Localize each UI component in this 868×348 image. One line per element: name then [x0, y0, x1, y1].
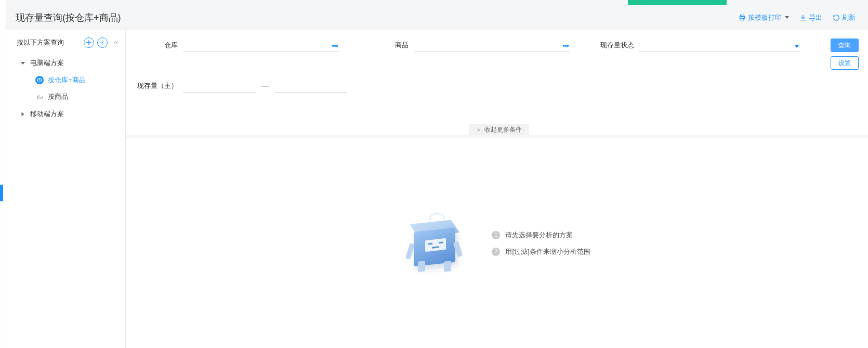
refresh-action[interactable]: 刷新	[833, 13, 856, 22]
filter-product: 商品 •••	[368, 38, 570, 52]
refresh-icon	[833, 14, 840, 21]
collapse-bar-wrap: 收起更多条件	[137, 97, 861, 135]
export-action[interactable]: 导出	[799, 13, 822, 22]
collapse-label: 收起更多条件	[484, 125, 522, 134]
chevron-down-icon[interactable]	[794, 45, 799, 48]
header-actions: 按模板打印 导出 刷新	[739, 13, 856, 22]
step-badge-1: 1	[492, 231, 500, 239]
export-icon	[799, 14, 807, 21]
svg-point-3	[102, 42, 103, 44]
tree-group-header-mobile[interactable]: 移动端方案	[6, 105, 125, 123]
page-header: 现存量查询(按仓库+商品) 按模板打印 导出 刷新	[6, 5, 868, 30]
step-text-1: 请先选择要分析的方案	[505, 230, 573, 240]
svg-rect-2	[741, 18, 744, 20]
warehouse-input[interactable]	[183, 38, 339, 52]
filter-stock-main: 现存量（主） —	[137, 79, 347, 93]
stock-status-select[interactable]	[639, 38, 800, 52]
sidebar-collapse-button[interactable]	[111, 37, 121, 48]
left-rail-active-indicator	[0, 185, 3, 201]
stock-main-from-input[interactable]	[183, 79, 256, 93]
filter-warehouse: 仓库 •••	[137, 38, 339, 52]
main-wrap: 现存量查询(按仓库+商品) 按模板打印 导出 刷新 按以下方案查询	[6, 0, 868, 348]
filters-panel: 仓库 ••• 商品 ••• 现存量状态	[126, 30, 868, 135]
scheme-tree: 电脑端方案 按仓库+商品 按商品	[6, 53, 125, 123]
tree-item-label: 按仓库+商品	[48, 75, 86, 85]
app-left-rail	[0, 0, 6, 348]
refresh-label: 刷新	[842, 13, 856, 22]
step-badge-2: 2	[492, 248, 500, 256]
print-template-action[interactable]: 按模板打印	[739, 13, 789, 22]
product-input[interactable]	[414, 38, 570, 52]
printer-icon	[739, 14, 746, 21]
sidebar-header-label: 按以下方案查询	[17, 38, 81, 47]
tree-item-product[interactable]: 按商品	[6, 88, 125, 105]
chevron-double-left-icon	[113, 40, 119, 46]
filter-label-stock-main: 现存量（主）	[137, 81, 183, 91]
tree-item-label: 按商品	[48, 92, 68, 101]
filter-stock-status: 现存量状态	[585, 38, 800, 52]
tree-group-mobile: 移动端方案	[6, 105, 125, 123]
filters-row-2: 现存量（主） —	[137, 79, 861, 93]
filters-row-1: 仓库 ••• 商品 ••• 现存量状态	[137, 38, 861, 70]
scheme-sidebar: 按以下方案查询 电脑端方案	[6, 30, 126, 348]
empty-steps: 1 请先选择要分析的方案 2 用[过滤]条件来缩小分析范围	[492, 230, 590, 256]
bars-icon	[35, 93, 44, 101]
collapse-conditions-toggle[interactable]: 收起更多条件	[469, 124, 529, 135]
search-button[interactable]: 查询	[831, 38, 859, 52]
gear-icon	[100, 40, 105, 45]
empty-step-2: 2 用[过滤]条件来缩小分析范围	[492, 247, 590, 256]
clock-icon	[35, 76, 44, 84]
step-text-2: 用[过滤]条件来缩小分析范围	[505, 247, 590, 256]
chevron-double-up-icon	[476, 127, 481, 132]
range-dash: —	[256, 81, 274, 91]
empty-state: 1 请先选择要分析的方案 2 用[过滤]条件来缩小分析范围	[126, 138, 868, 348]
print-label: 按模板打印	[748, 13, 782, 22]
tree-group-header-desktop[interactable]: 电脑端方案	[6, 54, 125, 72]
filter-label-stock-status: 现存量状态	[585, 41, 639, 50]
chevron-right-icon	[22, 112, 24, 116]
tree-group-desktop: 电脑端方案 按仓库+商品 按商品	[6, 54, 125, 105]
tree-group-label: 电脑端方案	[30, 58, 64, 68]
page-title: 现存量查询(按仓库+商品)	[16, 11, 121, 24]
content-area: 仓库 ••• 商品 ••• 现存量状态	[126, 30, 868, 348]
filter-label-product: 商品	[368, 41, 414, 50]
ellipsis-icon[interactable]: •••	[332, 42, 338, 50]
plus-icon	[86, 40, 91, 45]
tree-item-warehouse-product[interactable]: 按仓库+商品	[6, 72, 125, 88]
settings-button[interactable]: 设置	[831, 56, 859, 70]
body-area: 按以下方案查询 电脑端方案	[6, 30, 868, 348]
filter-label-warehouse: 仓库	[137, 41, 183, 50]
scheme-settings-button[interactable]	[97, 37, 108, 48]
empty-illustration	[403, 212, 471, 275]
ellipsis-icon[interactable]: •••	[562, 42, 569, 50]
filter-action-buttons: 查询 设置	[831, 38, 861, 70]
sidebar-header: 按以下方案查询	[6, 35, 125, 53]
chevron-down-icon	[21, 62, 25, 65]
add-scheme-button[interactable]	[84, 37, 94, 48]
top-accent-strip	[628, 0, 727, 5]
export-label: 导出	[809, 13, 822, 22]
tree-group-label: 移动端方案	[30, 109, 64, 119]
stock-main-to-input[interactable]	[274, 79, 347, 93]
top-mini-bar	[6, 0, 868, 5]
empty-step-1: 1 请先选择要分析的方案	[492, 230, 590, 240]
